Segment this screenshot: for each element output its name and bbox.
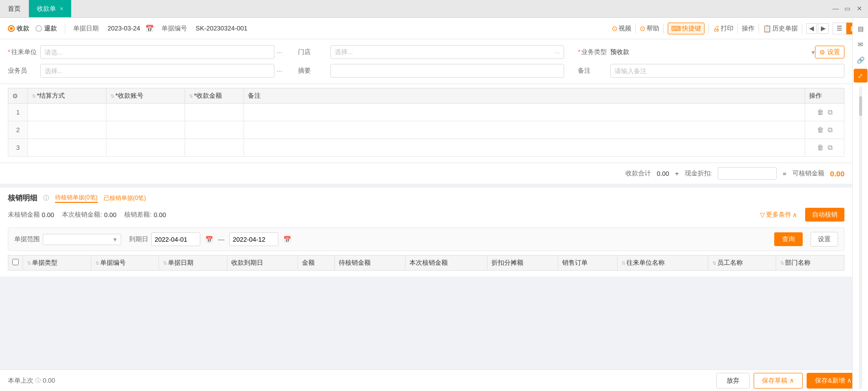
video-link[interactable]: ⊙ 视频	[612, 24, 631, 33]
action-cell-1: 🗑 ⧉	[805, 104, 844, 121]
select-all-checkbox[interactable]	[12, 259, 19, 265]
divider-2	[635, 24, 636, 33]
amount-cell-3[interactable]	[185, 139, 244, 157]
tab-home[interactable]: 首页	[0, 0, 29, 17]
remark-cell-3[interactable]	[244, 139, 805, 157]
radio-tuikuan[interactable]: 退款	[35, 24, 57, 33]
restore-button[interactable]: ▭	[842, 4, 852, 14]
copy-icon-1[interactable]: ⧉	[828, 108, 833, 116]
minimize-button[interactable]: —	[831, 4, 841, 14]
right-sidebar: ▤ ✉ 🔗 ⤢	[852, 18, 868, 391]
settings-button[interactable]: ⚙ 设置	[815, 46, 844, 58]
info-circle-icon: ⓘ	[35, 377, 41, 384]
calendar-from-icon[interactable]: 📅	[205, 236, 213, 243]
amount-cell-1[interactable]	[185, 104, 244, 121]
footer: 本单上次 ⓘ 0.00 放弃 保存草稿 ∧ 保存&新增 ∧	[0, 369, 868, 391]
tab-active[interactable]: 收款单 ×	[29, 0, 71, 17]
section-divider	[0, 184, 852, 188]
this-time-value: 0.00	[104, 211, 116, 219]
more-conditions-btn[interactable]: ▽ 更多条件 ∧	[760, 210, 797, 219]
th-amount: 金额	[298, 255, 334, 271]
save-draft-button[interactable]: 保存草稿 ∧	[754, 373, 803, 389]
delete-icon-3[interactable]: 🗑	[817, 143, 824, 152]
list-view-btn[interactable]: ☰	[833, 23, 846, 34]
prev-arrow[interactable]: ◀	[806, 23, 817, 34]
tab-done[interactable]: 已核销单据(0笔)	[104, 194, 146, 202]
calendar-icon[interactable]: 📅	[145, 25, 154, 32]
th-gear[interactable]: ⚙	[8, 88, 28, 104]
close-icon[interactable]: ×	[60, 5, 63, 12]
row-num-1: 1	[8, 104, 28, 121]
account-cell-2[interactable]	[107, 121, 185, 139]
amount-cell-2[interactable]	[185, 121, 244, 139]
info-icon[interactable]: ⓘ	[43, 194, 49, 202]
date-from-input[interactable]	[151, 232, 200, 246]
action-cell-3: 🗑 ⧉	[805, 139, 844, 157]
next-arrow[interactable]: ▶	[818, 23, 829, 34]
counterpart-more-btn[interactable]: ···	[274, 48, 284, 56]
settle-cell-2[interactable]	[28, 121, 107, 139]
counterpart-field: 往来单位 ···	[8, 45, 284, 59]
form-section: 往来单位 ··· 门店 选择... ··· 业务类型 预收款 ▾	[0, 39, 852, 84]
main-content: 往来单位 ··· 门店 选择... ··· 业务类型 预收款 ▾	[0, 39, 852, 277]
scrollbar-thumb[interactable]	[859, 96, 862, 116]
sidebar-table-icon[interactable]: ▤	[854, 22, 868, 35]
store-label: 门店	[298, 48, 327, 56]
sidebar-mail-icon[interactable]: ✉	[854, 37, 868, 51]
remark-cell-2[interactable]	[244, 121, 805, 139]
remark-input[interactable]	[330, 64, 565, 78]
help-link[interactable]: ⊙ 帮助	[640, 24, 659, 33]
staff-more-btn[interactable]: ···	[274, 67, 284, 75]
account-cell-1[interactable]	[107, 104, 185, 121]
range-arrow-icon: ▾	[113, 236, 117, 243]
account-cell-3[interactable]	[107, 139, 185, 157]
th-account: ⇅*收款账号	[107, 88, 185, 104]
th-action: 操作	[805, 88, 844, 104]
operate-link[interactable]: 操作	[742, 24, 755, 33]
store-select[interactable]: 选择... ···	[330, 45, 565, 59]
shortcut-link[interactable]: ⌨ 快捷键	[668, 23, 705, 34]
copy-icon-3[interactable]: ⧉	[828, 143, 833, 152]
per-page-label: 本单上次	[8, 376, 33, 385]
radio-shoukuan[interactable]: 收款	[8, 24, 29, 33]
calendar-to-icon[interactable]: 📅	[283, 236, 291, 243]
sidebar-expand-icon[interactable]: ⤢	[854, 69, 868, 83]
date-to-input[interactable]	[229, 232, 278, 246]
type-radio-group: 收款 退款	[8, 24, 57, 33]
discount-input[interactable]	[718, 167, 777, 180]
settle-cell-1[interactable]	[28, 104, 107, 121]
summary-row: 收款合计 0.00 + 现金折扣: = 可核销金额 0.00	[0, 163, 852, 184]
staff-input[interactable]	[40, 64, 274, 78]
discard-button[interactable]: 放弃	[716, 373, 750, 389]
counterpart-input[interactable]	[40, 45, 274, 59]
chevron-up-icon: ∧	[792, 211, 797, 219]
discount-label: 现金折扣:	[685, 169, 712, 178]
delete-icon-1[interactable]: 🗑	[817, 108, 824, 116]
auto-verify-button[interactable]: 自动核销	[805, 208, 844, 222]
biztype-arrow-icon[interactable]: ▾	[812, 49, 815, 56]
print-link[interactable]: 🖨 打印	[713, 24, 733, 33]
help-label: 帮助	[647, 24, 659, 33]
copy-icon-2[interactable]: ⧉	[828, 126, 833, 134]
sidebar-link-icon[interactable]: 🔗	[854, 53, 868, 67]
range-select[interactable]: ▾	[43, 234, 121, 245]
table-row: 1 🗑 ⧉	[8, 104, 844, 121]
divider-1	[65, 24, 65, 33]
settle-cell-3[interactable]	[28, 139, 107, 157]
number-field: 单据编号 SK-20230324-001	[162, 24, 248, 33]
query-button[interactable]: 查询	[774, 232, 803, 246]
th-dept-name: ⇅部门名称	[776, 255, 844, 271]
diff-stat: 核销差额: 0.00	[124, 210, 166, 219]
delete-icon-2[interactable]: 🗑	[817, 126, 824, 134]
diff-value: 0.00	[154, 211, 166, 219]
history-link[interactable]: 📋 历史单据	[763, 24, 798, 33]
tab-bar: 首页 收款单 × — ▭ ✕	[0, 0, 868, 18]
tab-pending[interactable]: 待核销单据(0笔)	[55, 194, 98, 203]
remark-cell-1[interactable]	[244, 104, 805, 121]
th-doc-number: ⇅单据编号	[91, 255, 159, 271]
action-cell-2: 🗑 ⧉	[805, 121, 844, 139]
close-button[interactable]: ✕	[854, 4, 864, 14]
remark-label: 摘要	[298, 66, 327, 75]
verif-settings-button[interactable]: 设置	[811, 232, 838, 247]
note-input[interactable]	[610, 64, 844, 78]
